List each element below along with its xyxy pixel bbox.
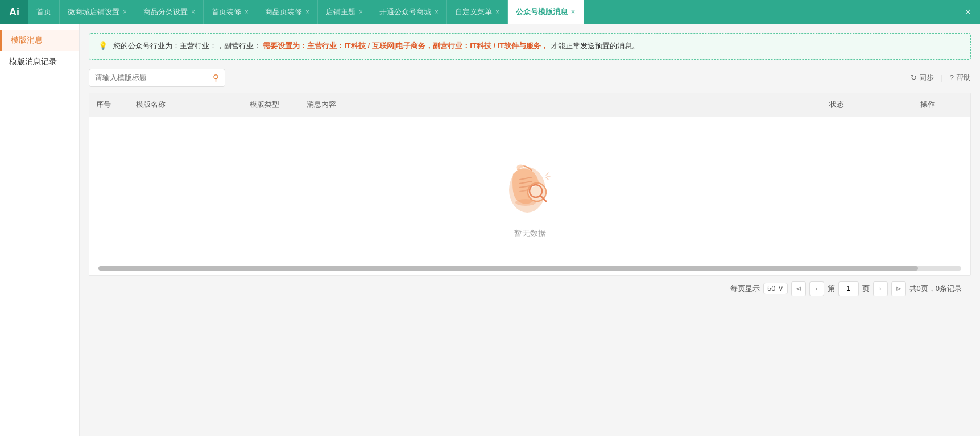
lightbulb-icon: 💡 (98, 41, 107, 50)
page-suffix: 页 (862, 284, 870, 294)
prev-page-button[interactable]: ‹ (809, 281, 824, 296)
next-page-button[interactable]: › (873, 281, 888, 296)
total-label: 共0页，0条记录 (909, 284, 962, 294)
pagination: 每页显示 50 ∨ ⊲ ‹ 第 页 › ⊳ 共0页，0条记录 (89, 276, 971, 302)
close-icon[interactable]: × (305, 8, 309, 16)
th-seq: 序号 (89, 99, 129, 110)
last-page-button[interactable]: ⊳ (891, 281, 906, 296)
toolbar-right: ↻ 同步 | ? 帮助 (911, 73, 971, 83)
search-icon[interactable]: ⚲ (213, 73, 219, 83)
horizontal-scrollbar[interactable] (98, 266, 961, 271)
page-size-select[interactable]: 50 ∨ (763, 283, 787, 294)
help-label: 帮助 (956, 73, 971, 83)
search-input[interactable] (95, 73, 210, 82)
close-icon[interactable]: × (571, 8, 575, 16)
close-icon[interactable]: × (191, 8, 195, 16)
empty-text: 暂无数据 (514, 229, 546, 239)
table-header: 序号 模版名称 模版类型 消息内容 状态 操作 (89, 93, 970, 117)
help-icon: ? (950, 73, 954, 82)
notice-text-prefix: 您的公众号行业为：主营行业：，副营行业： (113, 41, 261, 50)
notice-highlight: 需要设置为：主营行业：IT科技 / 互联网|电子商务，副营行业：IT科技 / I… (263, 41, 548, 50)
close-icon[interactable]: × (123, 8, 127, 16)
th-action: 操作 (913, 99, 970, 110)
page-size-value: 50 (767, 284, 775, 293)
nav-tab-custom-menu[interactable]: 自定义菜单 × (447, 0, 508, 24)
main-layout: 模版消息 模版消息记录 💡 您的公众号行业为：主营行业：，副营行业： 需要设置为… (0, 24, 980, 436)
svg-line-9 (546, 173, 548, 175)
th-name: 模版名称 (129, 99, 243, 110)
sync-icon: ↻ (911, 73, 917, 82)
page-prefix: 第 (828, 284, 835, 294)
app-logo: Ai (0, 0, 28, 24)
empty-state: 暂无数据 (89, 117, 970, 261)
scrollbar-thumb (98, 266, 918, 271)
data-table: 序号 模版名称 模版类型 消息内容 状态 操作 (89, 93, 971, 276)
close-all-button[interactable]: × (956, 6, 980, 18)
help-button[interactable]: ? 帮助 (950, 73, 971, 83)
svg-point-8 (515, 199, 536, 206)
close-icon[interactable]: × (435, 8, 439, 16)
nav-tab-product-decor[interactable]: 商品页装修 × (257, 0, 318, 24)
search-bar: ⚲ ↻ 同步 | ? 帮助 (89, 69, 971, 87)
sidebar-item-template-msg[interactable]: 模版消息 (0, 30, 79, 51)
empty-illustration (496, 151, 564, 219)
th-content: 消息内容 (300, 99, 822, 110)
page-size-label: 每页显示 (730, 284, 760, 294)
nav-tab-shop-settings[interactable]: 微商城店铺设置 × (60, 0, 135, 24)
svg-line-11 (546, 177, 548, 180)
top-nav: Ai 首页 微商城店铺设置 × 商品分类设置 × 首页装修 × 商品页装修 × … (0, 0, 980, 24)
chevron-down-icon: ∨ (778, 284, 784, 293)
sidebar-item-template-record[interactable]: 模版消息记录 (0, 51, 79, 73)
close-icon[interactable]: × (359, 8, 363, 16)
th-type: 模版类型 (243, 99, 300, 110)
page-input[interactable] (838, 281, 859, 296)
nav-tab-category-settings[interactable]: 商品分类设置 × (135, 0, 204, 24)
nav-tab-template-msg[interactable]: 公众号模版消息 × (508, 0, 584, 24)
th-status: 状态 (822, 99, 913, 110)
sync-label: 同步 (919, 73, 934, 83)
notice-text-suffix: 才能正常发送预置的消息。 (551, 41, 639, 50)
divider: | (941, 73, 942, 82)
nav-tab-shop-theme[interactable]: 店铺主题 × (318, 0, 371, 24)
sidebar: 模版消息 模版消息记录 (0, 24, 80, 436)
content-area: 💡 您的公众号行业为：主营行业：，副营行业： 需要设置为：主营行业：IT科技 /… (80, 24, 980, 436)
nav-tab-home[interactable]: 首页 (28, 0, 60, 24)
nav-tab-homepage-decor[interactable]: 首页装修 × (204, 0, 257, 24)
close-icon[interactable]: × (495, 8, 499, 16)
search-input-wrap: ⚲ (89, 69, 225, 87)
close-icon[interactable]: × (245, 8, 249, 16)
sync-button[interactable]: ↻ 同步 (911, 73, 934, 83)
first-page-button[interactable]: ⊲ (791, 281, 806, 296)
notice-banner: 💡 您的公众号行业为：主营行业：，副营行业： 需要设置为：主营行业：IT科技 /… (89, 33, 971, 60)
nav-tab-open-mall[interactable]: 开通公众号商城 × (371, 0, 447, 24)
